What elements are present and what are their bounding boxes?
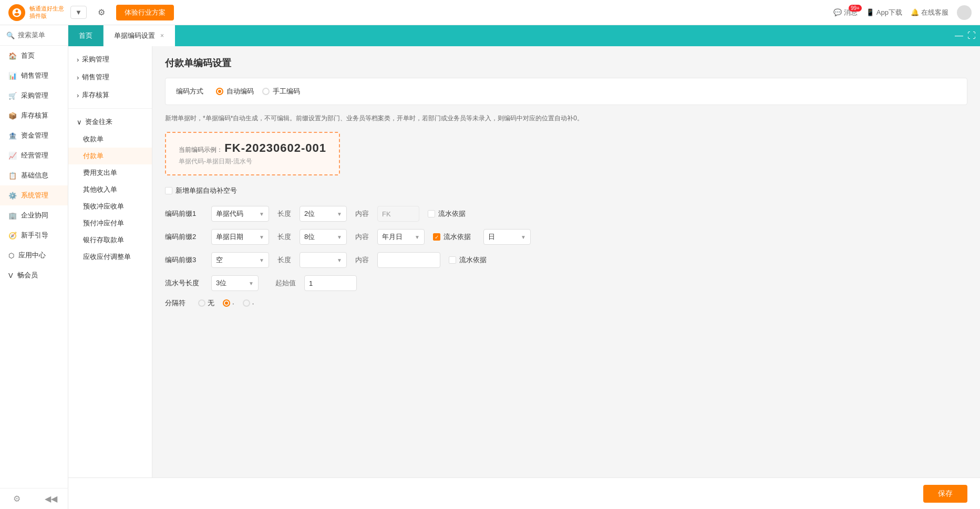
stream3-label: 流水依据 [459,255,487,265]
sub-menu-label: 资金往来 [85,117,112,127]
sidebar-item-enterprise[interactable]: 🏢 企业协同 [0,205,68,225]
sidebar-item-inventory[interactable]: 📦 库存核算 [0,106,68,126]
member-icon: V [8,272,13,279]
sidebar-item-label: 库存核算 [21,111,48,120]
sidebar-item-sales[interactable]: 📊 销售管理 [0,66,68,86]
sidebar-item-operation[interactable]: 📈 经营管理 [0,146,68,165]
stream3-checkbox[interactable]: 流水依据 [449,255,487,265]
sidebar-item-label: 销售管理 [21,71,48,80]
sidebar-item-purchase[interactable]: 🛒 采购管理 [0,86,68,106]
serial-length-select[interactable]: 3位 ▼ [211,275,259,291]
online-service-button[interactable]: 🔔 在线客服 [911,8,948,17]
sidebar-search[interactable]: 🔍 搜索菜单 [0,25,68,46]
apps-icon: ⬡ [8,252,14,259]
stream2-checkbox-box [433,233,440,241]
sidebar-item-system[interactable]: ⚙️ 系统管理 [0,185,68,205]
service-icon: 🔔 [911,8,919,16]
tab-bar-actions: — ⛶ [951,25,980,46]
auto-encode-label: 自动编码 [226,87,254,96]
tab-maximize-icon[interactable]: ⛶ [967,31,976,40]
settings-button[interactable]: ⚙ [93,4,110,21]
stream2-checkbox[interactable]: 流水依据 [433,232,471,242]
trial-button[interactable]: 体验行业方案 [116,5,174,20]
sidebar-item-label: 系统管理 [21,191,48,200]
encode-method-row: 编码方式 自动编码 手工编码 [176,87,956,96]
prefix1-select[interactable]: 单据代码 ▼ [211,206,269,222]
sidebar-settings-btn[interactable]: ⚙ [0,489,34,509]
radio-manual-encode[interactable]: 手工编码 [262,87,300,96]
sub-menu-finance-group[interactable]: ∨ 资金往来 [68,113,152,131]
sub-menu-other-income[interactable]: 其他收入单 [68,181,152,198]
tab-home[interactable]: 首页 [68,25,104,46]
content1-input [377,206,419,222]
caret-icon: ▼ [337,234,342,240]
sub-menu-inventory[interactable]: › 库存核算 [68,86,152,104]
sidebar-item-guide[interactable]: 🧭 新手引导 [0,225,68,245]
sub-menu-bank[interactable]: 银行存取款单 [68,232,152,248]
stream3-checkbox-box [449,256,456,264]
stream1-checkbox[interactable]: 流水依据 [428,209,466,219]
prefix3-select[interactable]: 空 ▼ [211,252,269,268]
logo-sub-text: 插件版 [29,13,64,19]
tab-active-label: 单据编码设置 [114,31,155,40]
sub-menu-expense[interactable]: 费用支出单 [68,164,152,181]
start-value-input[interactable] [304,275,357,291]
prefix1-value: 单据代码 [216,209,243,219]
length1-label: 长度 [277,209,291,219]
purchase-icon: 🛒 [8,92,17,100]
tab-close-icon[interactable]: × [160,32,164,39]
radio-none-dot [198,299,205,307]
sub-menu-sales[interactable]: › 销售管理 [68,68,152,86]
content3-input[interactable] [377,252,440,268]
content2-label: 内容 [355,232,369,242]
sep-dot[interactable]: · [223,299,234,307]
online-service-label: 在线客服 [921,8,948,17]
tab-minimize-icon[interactable]: — [955,31,963,40]
prefix2-label: 编码前缀2 [165,232,203,242]
sidebar-item-home[interactable]: 🏠 首页 [0,46,68,66]
tab-active[interactable]: 单据编码设置 × [104,25,175,46]
content3-label: 内容 [355,255,369,265]
sub-menu-adjust[interactable]: 应收应付调整单 [68,248,152,265]
radio-dot-dot2 [243,299,250,307]
save-button[interactable]: 保存 [923,485,967,503]
sidebar-item-member[interactable]: V 畅会员 [0,265,68,285]
top-bar-right: 💬 消息 99+ 📱 App下载 🔔 在线客服 [833,5,972,20]
app-download-button[interactable]: 📱 App下载 [866,8,902,17]
sep-none[interactable]: 无 [198,298,214,308]
sub-menu-child-label: 应收应付调整单 [83,253,131,261]
code-preview-hint: 当前编码示例： FK-20230602-001 [179,141,326,155]
sidebar-item-finance[interactable]: 🏦 资金管理 [0,126,68,146]
basic-icon: 📋 [8,172,17,180]
enterprise-icon: 🏢 [8,212,17,220]
message-badge: 99+ [849,5,862,12]
radio-auto-encode[interactable]: 自动编码 [216,87,254,96]
length3-select[interactable]: ▼ [300,252,347,268]
sub-menu-prepay-pay[interactable]: 预付冲应付单 [68,215,152,232]
user-avatar[interactable] [957,5,972,20]
content2-select[interactable]: 年月日 ▼ [377,229,425,245]
sub-menu-child-label: 预收冲应收单 [83,202,124,210]
sidebar-item-apps[interactable]: ⬡ 应用中心 [0,245,68,265]
code-preview-value: FK-20230602-001 [224,141,326,154]
stream2-period-select[interactable]: 日 ▼ [483,229,531,245]
prefix2-select[interactable]: 单据日期 ▼ [211,229,269,245]
nav-dropdown[interactable]: ▼ [70,6,87,19]
stream2-label: 流水依据 [443,232,471,242]
sub-layout: › 采购管理 › 销售管理 › 库存核算 ∨ 资金往来 收款单 [68,46,980,477]
sub-menu-receipt[interactable]: 收款单 [68,131,152,148]
length1-select[interactable]: 2位 ▼ [300,206,347,222]
length2-select[interactable]: 8位 ▼ [300,229,347,245]
messages-button[interactable]: 💬 消息 99+ [833,8,858,17]
auto-fill-checkbox[interactable] [165,187,172,194]
message-icon: 💬 [833,8,842,16]
sub-menu-purchase[interactable]: › 采购管理 [68,50,152,68]
sep-dot2[interactable]: · [243,299,254,307]
caret-icon: ▼ [259,234,264,240]
app-icon: 📱 [866,8,874,16]
sidebar-collapse-btn[interactable]: ◀◀ [34,489,68,509]
sub-menu-payment[interactable]: 付款单 [68,148,152,164]
content1-label: 内容 [355,209,369,219]
sub-menu-prepay-recv[interactable]: 预收冲应收单 [68,198,152,215]
sidebar-item-basic[interactable]: 📋 基础信息 [0,165,68,185]
